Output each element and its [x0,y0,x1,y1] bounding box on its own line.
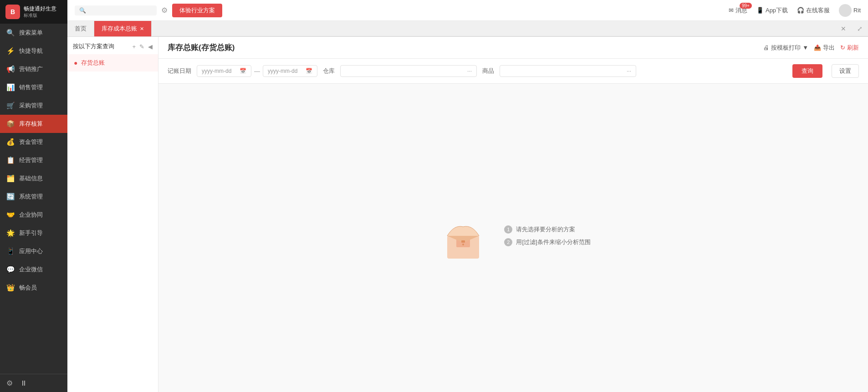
sidebar-nav: 🔍 搜索菜单 ⚡ 快捷导航 📢 营销推广 📊 销售管理 🛒 采购管理 📦 库存核… [0,24,67,374]
filter-add-btn[interactable]: + [132,43,136,50]
product-more-icon: ··· [627,68,631,74]
guide-icon: 🌟 [6,229,15,237]
inventory-icon: 📦 [6,120,15,128]
sidebar-item-label: 系统管理 [19,193,43,201]
sidebar-item-label: 销售管理 [19,83,43,92]
system-icon: 🔄 [6,193,15,201]
export-icon: 📤 [814,44,821,51]
wechat-icon: 💬 [6,265,15,274]
basic-icon: 🗂️ [6,174,15,183]
sidebar-item-label: 采购管理 [19,102,43,110]
date-to-placeholder: yyyy-mm-dd [268,68,297,74]
tab-inventory-cost[interactable]: 库存成本总账 ✕ [94,21,152,36]
sidebar-item-inventory[interactable]: 📦 库存核算 [0,115,67,133]
topbar-search-icon: 🔍 [79,7,86,14]
filter-panel: 按以下方案查询 + ✎ ◀ ● 存货总账 [67,37,158,392]
calendar-end-icon: 📅 [306,68,312,74]
sidebar-item-label: 库存核算 [19,120,43,128]
filter-header-label: 按以下方案查询 [73,42,114,51]
message-btn[interactable]: ✉ 消息 99+ [729,6,747,15]
printer-icon: 🖨 [763,44,769,51]
topbar-gear-icon[interactable]: ⚙ [161,6,168,15]
sidebar-bottom: ⚙ ⏸ [0,374,67,392]
print-template-btn[interactable]: 🖨 按模板打印 ▼ [763,44,808,52]
sidebar-item-member[interactable]: 👑 畅会员 [0,279,67,297]
date-from-input[interactable]: yyyy-mm-dd 📅 [197,65,251,77]
sidebar-item-guide[interactable]: 🌟 新手引导 [0,224,67,242]
refresh-icon: ↻ [840,44,845,51]
coop-icon: 🤝 [6,211,15,219]
tab-close-icon[interactable]: ✕ [140,26,144,32]
logo-icon: B [5,5,20,19]
date-label: 记账日期 [168,67,191,75]
filter-item-label: 存货总账 [81,59,105,67]
app-download-btn[interactable]: 📱 App下载 [756,6,788,15]
step1-text: 请先选择要分析的方案 [516,225,575,234]
sidebar-item-system[interactable]: 🔄 系统管理 [0,188,67,206]
user-name: Rit [853,7,861,14]
sidebar-item-apps[interactable]: 📱 应用中心 [0,242,67,260]
warehouse-more-icon: ··· [467,68,472,74]
empty-text: 1 请先选择要分析的方案 2 用[过滤]条件来缩小分析范围 [504,225,590,251]
sidebar-item-label: 快捷导航 [19,47,43,55]
sidebar-item-label: 应用中心 [19,247,43,255]
calendar-icon: 📅 [240,68,246,74]
message-badge: 99+ [740,3,752,9]
search-button[interactable]: 查询 [792,64,822,78]
step2-text: 用[过滤]条件来缩小分析范围 [516,238,590,246]
sidebar: B 畅捷通好生意 标准版 🔍 搜索菜单 ⚡ 快捷导航 📢 营销推广 📊 销售管理… [0,0,67,392]
svg-rect-5 [461,240,465,243]
sidebar-item-label: 资金管理 [19,138,43,146]
phone-icon: 📱 [756,7,764,14]
sidebar-item-basic[interactable]: 🗂️ 基础信息 [0,169,67,188]
svg-rect-6 [462,244,464,245]
header-actions: 🖨 按模板打印 ▼ 📤 导出 ↻ 刷新 [763,44,859,52]
message-icon: ✉ [729,7,734,14]
expand-icon[interactable]: ⤢ [852,21,868,36]
sidebar-item-label: 营销推广 [19,65,43,73]
topbar-search-box[interactable]: 🔍 [75,5,157,15]
close-panel-btn[interactable]: ✕ [835,21,852,36]
sidebar-item-operations[interactable]: 📋 经营管理 [0,151,67,169]
industry-btn[interactable]: 体验行业方案 [172,4,222,17]
user-profile[interactable]: Rit [839,4,861,17]
sidebar-item-quick-nav[interactable]: ⚡ 快捷导航 [0,42,67,60]
purchase-icon: 🛒 [6,102,15,110]
product-label: 商品 [482,67,494,75]
settings-icon[interactable]: ⚙ [6,379,13,387]
sidebar-item-finance[interactable]: 💰 资金管理 [0,133,67,151]
sidebar-item-label: 畅会员 [19,284,37,292]
settings-button[interactable]: 设置 [832,64,859,78]
filter-header: 按以下方案查询 + ✎ ◀ [67,42,158,54]
sidebar-item-marketing[interactable]: 📢 营销推广 [0,60,67,78]
content-right: 库存总账(存货总账) 🖨 按模板打印 ▼ 📤 导出 ↻ 刷新 [158,37,868,392]
sidebar-item-wechat[interactable]: 💬 企业微信 [0,260,67,279]
search-bar: 记账日期 yyyy-mm-dd 📅 — yyyy-mm-dd 📅 仓库 ··· [158,59,868,84]
apps-icon: 📱 [6,247,15,255]
filter-collapse-btn[interactable]: ◀ [148,43,153,50]
refresh-btn[interactable]: ↻ 刷新 [840,44,859,52]
lightning-icon: ⚡ [6,47,15,55]
tab-home[interactable]: 首页 [67,21,94,36]
search-icon: 🔍 [6,29,15,37]
filter-edit-btn[interactable]: ✎ [139,43,144,50]
avatar [839,4,852,17]
sidebar-item-coop[interactable]: 🤝 企业协同 [0,206,67,224]
sidebar-item-search[interactable]: 🔍 搜索菜单 [0,24,67,42]
empty-illustration [436,211,490,265]
export-btn[interactable]: 📤 导出 [814,44,835,52]
filter-item-inventory-ledger[interactable]: ● 存货总账 [67,54,158,71]
step2-num: 2 [504,238,512,246]
date-to-input[interactable]: yyyy-mm-dd 📅 [263,65,317,77]
warehouse-input[interactable]: ··· [340,65,477,77]
sidebar-item-label: 搜索菜单 [19,29,43,37]
sidebar-item-sales[interactable]: 📊 销售管理 [0,78,67,97]
online-support-btn[interactable]: 🎧 在线客服 [797,6,830,15]
product-input[interactable]: ··· [500,65,636,77]
sidebar-item-purchase[interactable]: 🛒 采购管理 [0,97,67,115]
sales-icon: 📊 [6,83,15,92]
app-version: 标准版 [24,12,56,19]
page-area: 按以下方案查询 + ✎ ◀ ● 存货总账 库存总账(存货总账) 🖨 [67,37,868,392]
page-header: 库存总账(存货总账) 🖨 按模板打印 ▼ 📤 导出 ↻ 刷新 [158,37,868,59]
collapse-icon[interactable]: ⏸ [20,379,27,387]
